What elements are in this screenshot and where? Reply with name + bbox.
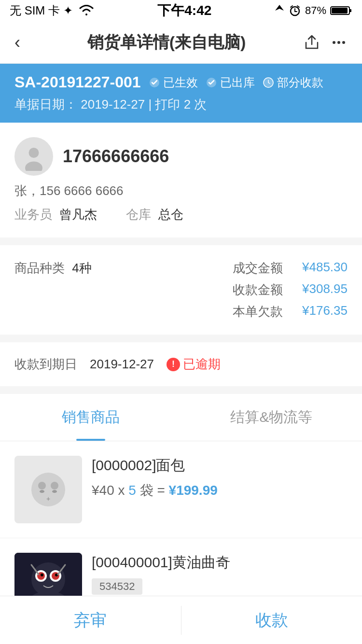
customer-section: 17666666666 张，156 6666 6666 业务员 曾凡杰 仓库 总… xyxy=(0,123,362,238)
tab-products[interactable]: 销售商品 xyxy=(0,394,181,441)
check-icon-2 xyxy=(206,77,217,88)
salesperson-info: 业务员 曾凡杰 xyxy=(14,206,97,223)
more-icon[interactable] xyxy=(330,34,348,51)
svg-point-30 xyxy=(41,574,43,576)
cancel-button[interactable]: 弃审 xyxy=(0,596,181,644)
svg-text:+: + xyxy=(46,495,50,503)
order-date-info: 单据日期： 2019-12-27 | 打印 2 次 xyxy=(14,96,348,113)
nav-bar: ‹ 销货单详情(来自电脑) xyxy=(0,21,362,64)
svg-point-10 xyxy=(342,41,345,44)
svg-rect-7 xyxy=(332,8,348,14)
product-sku-2: 534532 xyxy=(92,578,142,595)
customer-avatar xyxy=(14,137,53,176)
status-activated: 已生效 xyxy=(149,75,198,90)
svg-point-9 xyxy=(337,41,340,44)
check-icon-1 xyxy=(149,77,160,88)
customer-real-name: 张，156 6666 6666 xyxy=(14,182,348,199)
sim-label: 无 SIM 卡 ✦ xyxy=(10,3,73,18)
product-info-1: [0000002]面包 ¥40 x 5 袋 = ¥199.99 xyxy=(92,456,348,500)
due-date-section: 收款到期日 2019-12-27 ! 已逾期 xyxy=(0,342,362,386)
tab-settlement[interactable]: 结算&物流等 xyxy=(181,394,362,441)
customer-meta: 业务员 曾凡杰 仓库 总仓 xyxy=(14,206,348,223)
order-id: SA-20191227-001 xyxy=(14,73,141,91)
wifi-icon xyxy=(78,4,95,17)
overdue-badge: ! 已逾期 xyxy=(167,356,221,373)
status-time: 下午4:42 xyxy=(157,1,211,20)
product-name-1: [0000002]面包 xyxy=(92,456,348,476)
svg-point-21 xyxy=(40,490,44,493)
warehouse-info: 仓库 总仓 xyxy=(126,206,183,223)
product-price-1: ¥40 x 5 袋 = ¥199.99 xyxy=(92,481,348,500)
status-right: 87% xyxy=(274,4,352,17)
placeholder-icon: + xyxy=(29,470,68,509)
svg-point-8 xyxy=(333,41,335,44)
product-item: + [0000002]面包 ¥40 x 5 袋 = ¥199.99 xyxy=(0,441,362,538)
status-partial-payment: 部分收款 xyxy=(263,75,323,90)
confirm-button[interactable]: 收款 xyxy=(181,596,362,644)
share-icon[interactable] xyxy=(303,34,320,51)
customer-phone: 17666666666 xyxy=(63,146,169,167)
product-thumb-1: + xyxy=(14,456,82,523)
page-title: 销货单详情(来自电脑) xyxy=(30,31,303,54)
svg-point-22 xyxy=(52,490,57,493)
battery-icon xyxy=(330,5,352,16)
status-left: 无 SIM 卡 ✦ xyxy=(10,3,95,18)
owed-amount-row: 本单欠款 ¥176.35 xyxy=(233,303,348,320)
product-name-2: [000400001]黄油曲奇 xyxy=(92,553,348,573)
deal-amount-row: 成交金额 ¥485.30 xyxy=(233,260,348,277)
battery-label: 87% xyxy=(305,4,326,17)
clock-icon xyxy=(263,77,274,88)
nav-actions xyxy=(303,34,348,51)
tabs-section: 销售商品 结算&物流等 xyxy=(0,394,362,441)
order-banner: SA-20191227-001 已生效 已出库 部分收款 单据日期： xyxy=(0,64,362,123)
location-icon xyxy=(274,4,285,17)
svg-point-20 xyxy=(51,482,58,490)
svg-rect-6 xyxy=(349,9,351,12)
status-shipped: 已出库 xyxy=(206,75,255,90)
back-button[interactable]: ‹ xyxy=(14,32,30,53)
svg-point-19 xyxy=(38,482,46,490)
bottom-bar: 弃审 收款 xyxy=(0,596,362,644)
overdue-icon: ! xyxy=(167,358,180,371)
tabs-row: 销售商品 结算&物流等 xyxy=(0,394,362,441)
received-amount-row: 收款金额 ¥308.95 xyxy=(233,281,348,298)
status-bar: 无 SIM 卡 ✦ 下午4:42 87% xyxy=(0,0,362,21)
alarm-icon xyxy=(289,4,301,17)
amounts-section: 商品种类 4种 成交金额 ¥485.30 收款金额 ¥308.95 本单欠款 ¥… xyxy=(0,245,362,335)
svg-point-16 xyxy=(29,148,39,158)
product-types: 商品种类 4种 xyxy=(14,260,92,277)
